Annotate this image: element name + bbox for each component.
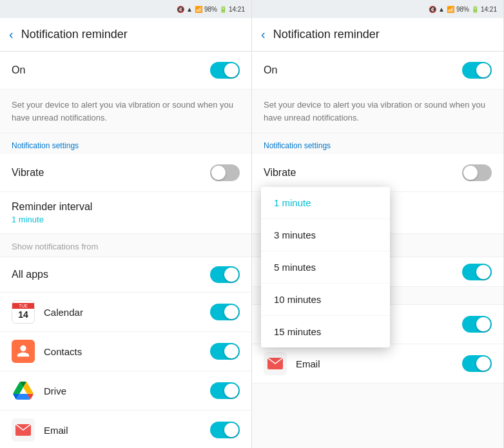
- email-knob-right: [476, 356, 490, 371]
- on-toggle-right[interactable]: [462, 62, 492, 79]
- calendar-toggle-left[interactable]: [210, 304, 240, 320]
- contacts-knob-left: [224, 344, 238, 358]
- cal-day-left: TUE: [12, 303, 34, 309]
- email-icon-left: [12, 418, 35, 442]
- email-toggle-left[interactable]: [210, 422, 240, 438]
- email-name-right: Email: [296, 358, 462, 369]
- vibrate-knob-right: [463, 166, 478, 180]
- battery-text: 98%: [204, 6, 217, 13]
- all-apps-toggle-right[interactable]: [462, 264, 492, 280]
- vibrate-toggle-right[interactable]: [462, 164, 492, 181]
- wifi-icon-right: ▲: [438, 6, 445, 13]
- battery-icon: 🔋: [219, 6, 227, 13]
- vibrate-knob-left: [211, 166, 226, 180]
- reminder-value-left: 1 minute: [12, 215, 240, 224]
- drive-knob-left: [224, 384, 238, 398]
- dropdown-item-3minutes[interactable]: 3 minutes: [261, 219, 390, 251]
- on-toggle-left[interactable]: [210, 62, 240, 79]
- dropdown-item-5minutes[interactable]: 5 minutes: [261, 251, 390, 284]
- notification-settings-header-left: Notification settings: [0, 133, 251, 154]
- drive-row-left: Drive: [0, 371, 251, 411]
- status-bar-left: 🔇 ▲ 📶 98% 🔋 14:21: [0, 0, 251, 18]
- wifi-icon: ▲: [186, 6, 193, 13]
- toggle-knob-right: [476, 63, 490, 77]
- left-panel: 🔇 ▲ 📶 98% 🔋 14:21 ‹ Notification reminde…: [0, 0, 252, 448]
- all-apps-toggle-left[interactable]: [210, 266, 240, 283]
- email-icon-right: [264, 352, 287, 375]
- header-left: ‹ Notification reminder: [0, 18, 251, 52]
- calendar-row-left: TUE 14 Calendar: [0, 293, 251, 332]
- cal-date-left: 14: [18, 309, 28, 322]
- email-knob-left: [224, 423, 238, 437]
- calendar-icon-left: TUE 14: [12, 300, 35, 324]
- drive-knob-right: [476, 317, 490, 331]
- dropdown-item-1minute[interactable]: 1 minute: [261, 187, 390, 219]
- contacts-toggle-left[interactable]: [210, 343, 240, 360]
- status-icons-left: 🔇 ▲ 📶 98% 🔋 14:21: [177, 6, 245, 13]
- all-apps-knob-left: [224, 268, 238, 282]
- drive-name-left: Drive: [44, 385, 210, 396]
- show-notifications-header-left: Show notifications from: [0, 234, 251, 257]
- on-toggle-row-left: On: [0, 52, 251, 90]
- all-apps-label-left: All apps: [12, 269, 48, 280]
- back-button-right[interactable]: ‹: [261, 27, 266, 42]
- on-label-right: On: [264, 64, 277, 76]
- drive-toggle-left[interactable]: [210, 382, 240, 399]
- contacts-icon-left: [12, 340, 35, 363]
- time-left: 14:21: [229, 6, 245, 13]
- on-label-left: On: [12, 64, 25, 76]
- vibrate-toggle-left[interactable]: [210, 164, 240, 181]
- battery-icon-right: 🔋: [471, 6, 479, 13]
- description-left: Set your device to alert you via vibrati…: [0, 90, 251, 133]
- vibrate-label-left: Vibrate: [12, 167, 44, 179]
- mute-icon-right: 🔇: [429, 6, 436, 13]
- dropdown-menu: 1 minute 3 minutes 5 minutes 10 minutes …: [261, 187, 390, 347]
- calendar-name-left: Calendar: [44, 307, 210, 318]
- email-toggle-right[interactable]: [462, 355, 492, 372]
- back-button-left[interactable]: ‹: [9, 27, 14, 42]
- time-right: 14:21: [481, 6, 497, 13]
- all-apps-row-left: All apps: [0, 257, 251, 293]
- page-title-right: Notification reminder: [273, 28, 380, 41]
- contacts-row-left: Contacts: [0, 332, 251, 371]
- toggle-knob-left: [224, 63, 238, 77]
- contacts-name-left: Contacts: [44, 346, 210, 357]
- email-name-left: Email: [44, 425, 210, 436]
- vibrate-row-left: Vibrate: [0, 154, 251, 192]
- all-apps-knob-right: [476, 265, 490, 279]
- dropdown-item-15minutes[interactable]: 15 minutes: [261, 316, 390, 347]
- signal-icon: 📶: [195, 6, 202, 13]
- email-svg-right: [267, 358, 283, 369]
- dropdown-item-10minutes[interactable]: 10 minutes: [261, 284, 390, 316]
- on-toggle-row-right: On: [252, 52, 503, 90]
- status-bar-right: 🔇 ▲ 📶 98% 🔋 14:21: [252, 0, 503, 18]
- notification-settings-header-right: Notification settings: [252, 133, 503, 154]
- drive-svg-left: [13, 382, 34, 400]
- contacts-svg-left: [16, 344, 30, 358]
- header-right: ‹ Notification reminder: [252, 18, 503, 52]
- battery-text-right: 98%: [456, 6, 469, 13]
- description-right: Set your device to alert you via vibrati…: [252, 90, 503, 133]
- email-row-left: Email: [0, 411, 251, 448]
- email-svg-left: [15, 424, 31, 436]
- vibrate-label-right: Vibrate: [264, 167, 296, 179]
- calendar-knob-left: [224, 305, 238, 319]
- right-panel: 🔇 ▲ 📶 98% 🔋 14:21 ‹ Notification reminde…: [252, 0, 504, 448]
- signal-icon-right: 📶: [447, 6, 454, 13]
- content-left: On Set your device to alert you via vibr…: [0, 52, 251, 448]
- reminder-title-left: Reminder interval: [12, 201, 240, 213]
- status-icons-right: 🔇 ▲ 📶 98% 🔋 14:21: [429, 6, 497, 13]
- reminder-interval-row-left[interactable]: Reminder interval 1 minute: [0, 192, 251, 234]
- mute-icon: 🔇: [177, 6, 184, 13]
- page-title-left: Notification reminder: [21, 28, 128, 41]
- drive-icon-left: [12, 379, 35, 402]
- drive-toggle-right[interactable]: [462, 316, 492, 333]
- email-row-right: Email: [252, 344, 503, 384]
